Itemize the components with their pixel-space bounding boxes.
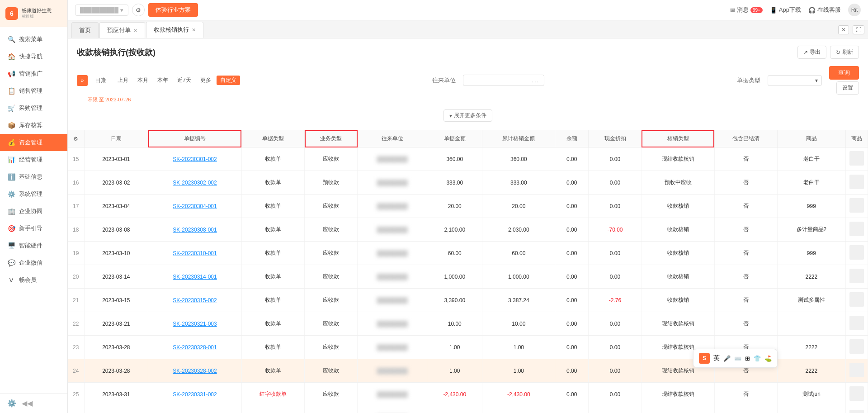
col-order-type[interactable]: 单据类型 xyxy=(241,130,304,147)
row-cancel-type: 收款核销 xyxy=(642,289,714,312)
page-title: 收款核销执行(按收款) xyxy=(77,47,156,58)
tab-close-collection[interactable]: ✕ xyxy=(192,27,196,33)
tab-collection[interactable]: 收款核销执行 ✕ xyxy=(146,22,203,38)
query-button[interactable]: 查询 xyxy=(829,66,859,80)
row-date: 2023-03-31 xyxy=(84,383,148,406)
mic-icon[interactable]: 🎤 xyxy=(723,355,731,362)
row-amount: 20.00 xyxy=(427,406,482,413)
row-product: 多计量商品2 xyxy=(777,218,845,242)
sidebar-item-hardware[interactable]: 🖥️ 智能硬件 xyxy=(0,237,67,254)
sidebar-item-quick[interactable]: 🏠 快捷导航 xyxy=(0,48,67,65)
order-no-link[interactable]: SK-20230328-002 xyxy=(173,368,217,374)
order-no-link[interactable]: SK-20230310-001 xyxy=(173,250,217,256)
col-cancel-type[interactable]: 核销类型 xyxy=(642,130,714,147)
export-button[interactable]: ↗ 导出 xyxy=(797,46,826,59)
col-cumulative[interactable]: 累计核销金额 xyxy=(482,130,555,147)
col-counterparty[interactable]: 往来单位 xyxy=(358,130,427,147)
home-icon: 🏠 xyxy=(7,52,15,61)
gear-button[interactable]: ⚙ xyxy=(132,4,145,16)
row-cumulative: 1.00 xyxy=(482,359,555,383)
settings-footer-icon[interactable]: ⚙️ xyxy=(7,399,16,408)
sidebar-item-guide[interactable]: 🎯 新手引导 xyxy=(0,220,67,237)
row-balance: 0.00 xyxy=(555,218,589,242)
date-this-month[interactable]: 本月 xyxy=(134,75,152,85)
filter-sub-row: 不限 至 2023-07-26 xyxy=(77,95,859,107)
col-discount[interactable]: 现金折扣 xyxy=(589,130,642,147)
solution-button[interactable]: 体验行业方案 xyxy=(148,3,198,17)
refresh-button[interactable]: ↻ 刷新 xyxy=(830,46,859,59)
col-date[interactable]: 日期 xyxy=(84,130,148,147)
order-no-link[interactable]: SK-20230301-002 xyxy=(173,156,217,162)
online-service-button[interactable]: 🎧 在线客服 xyxy=(808,6,841,14)
sidebar-item-marketing[interactable]: 📢 营销推广 xyxy=(0,65,67,82)
refresh-icon: ↻ xyxy=(836,49,840,56)
col-settled[interactable]: 包含已结清 xyxy=(714,130,777,147)
expand-conditions-button[interactable]: ▾ 展开更多条件 xyxy=(443,109,492,122)
sidebar-item-label: 快捷导航 xyxy=(19,52,42,61)
sidebar-item-operations[interactable]: 📊 经营管理 xyxy=(0,151,67,168)
tab-home[interactable]: 首页 xyxy=(71,22,99,38)
col-settings[interactable]: ⚙ xyxy=(68,130,84,147)
tab-prepayment[interactable]: 预应付单 ✕ xyxy=(99,22,145,38)
sidebar-item-finance[interactable]: 💰 资金管理 xyxy=(0,134,67,151)
row-cancel-type: 预收中应收 xyxy=(642,171,714,195)
receipt-type-select[interactable]: ▾ xyxy=(768,75,822,86)
shirt-icon[interactable]: 👕 xyxy=(754,355,761,362)
order-no-link[interactable]: SK-20230308-001 xyxy=(173,227,217,233)
order-no-link[interactable]: SK-20230315-002 xyxy=(173,297,217,304)
col-biz-type[interactable]: 业务类型 xyxy=(305,130,358,147)
row-num: 23 xyxy=(68,336,84,359)
sidebar-item-sales[interactable]: 📋 销售管理 xyxy=(0,82,67,100)
sidebar-item-member[interactable]: V 畅会员 xyxy=(0,271,67,289)
date-this-year[interactable]: 本年 xyxy=(154,75,172,85)
sidebar-item-label: 智能硬件 xyxy=(19,242,42,250)
collapse-icon[interactable]: ◀◀ xyxy=(22,399,33,408)
order-no-link[interactable]: SK-20230304-001 xyxy=(173,203,217,209)
maximize-button[interactable]: ⛶ xyxy=(853,25,864,34)
tab-close-prepayment[interactable]: ✕ xyxy=(133,28,137,33)
order-no-link[interactable]: SK-20230331-002 xyxy=(173,391,217,398)
app-download-button[interactable]: 📱 App下载 xyxy=(770,6,801,14)
date-more[interactable]: 更多 xyxy=(197,75,215,85)
order-no-link[interactable]: SK-20230328-001 xyxy=(173,344,217,351)
date-7days[interactable]: 近7天 xyxy=(174,75,195,85)
col-product1[interactable]: 商品 xyxy=(777,130,845,147)
watermark-logo: S xyxy=(699,353,710,364)
row-cumulative: 3,387.24 xyxy=(482,289,555,312)
sidebar-item-basic[interactable]: ℹ️ 基础信息 xyxy=(0,168,67,185)
sidebar-item-purchase[interactable]: 🛒 采购管理 xyxy=(0,100,67,117)
row-counterparty: ████████ xyxy=(358,289,427,312)
counterparty-label: 往来单位 xyxy=(432,76,456,85)
user-avatar[interactable]: Rit xyxy=(848,4,861,16)
company-select-text: ██████████ xyxy=(80,7,118,13)
flag-icon[interactable]: ⛳ xyxy=(764,355,772,362)
sidebar-item-search[interactable]: 🔍 搜索菜单 xyxy=(0,31,67,48)
sidebar-item-label: 系统管理 xyxy=(19,190,42,198)
date-custom-btn[interactable]: 自定义 xyxy=(217,76,240,85)
sidebar-item-wechat[interactable]: 💬 企业微信 xyxy=(0,254,67,271)
tab-collection-label: 收款核销执行 xyxy=(154,26,189,34)
row-settled: 否 xyxy=(714,171,777,195)
keyboard-icon[interactable]: ⌨️ xyxy=(734,355,741,362)
grid-icon[interactable]: ⊞ xyxy=(745,355,750,362)
setting-button[interactable]: 设置 xyxy=(836,81,859,95)
counterparty-input[interactable]: ... xyxy=(463,75,544,86)
order-no-link[interactable]: SK-20230302-002 xyxy=(173,180,217,186)
sidebar-item-label: 营销推广 xyxy=(19,70,42,78)
sidebar-item-inventory[interactable]: 📦 库存核算 xyxy=(0,117,67,134)
col-amount[interactable]: 单据金额 xyxy=(427,130,482,147)
col-product2[interactable]: 商品 xyxy=(846,130,868,147)
order-no-link[interactable]: SK-20230321-003 xyxy=(173,321,217,327)
company-select[interactable]: ██████████ ▾ xyxy=(75,5,128,16)
date-last-month[interactable]: 上月 xyxy=(114,75,132,85)
sidebar-item-system[interactable]: ⚙️ 系统管理 xyxy=(0,185,67,203)
message-button[interactable]: ✉ 消息 99+ xyxy=(730,6,763,14)
row-settled: 否 xyxy=(714,195,777,218)
sidebar-item-enterprise[interactable]: 🏢 企业协同 xyxy=(0,203,67,220)
operations-icon: 📊 xyxy=(7,156,15,164)
close-window-button[interactable]: ✕ xyxy=(838,25,849,34)
order-no-link[interactable]: SK-20230314-001 xyxy=(173,274,217,280)
col-order-no[interactable]: 单据编号 xyxy=(148,130,242,147)
filter-toggle-button[interactable]: » xyxy=(77,75,88,86)
col-balance[interactable]: 余额 xyxy=(555,130,589,147)
